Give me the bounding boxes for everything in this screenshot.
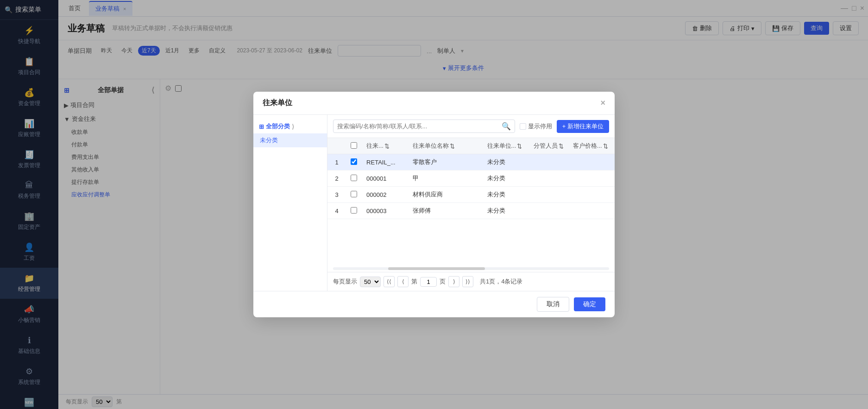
sort-price[interactable]: 客户价格... ⇅ bbox=[573, 142, 610, 150]
row-num: 3 bbox=[327, 187, 346, 203]
row-person bbox=[529, 154, 568, 170]
dialog-left-panel: ⊞ 全部分类 ⟩ 未分类 bbox=[253, 115, 327, 291]
dialog-left-header: ⊞ 全部分类 ⟩ bbox=[253, 120, 327, 133]
show-inactive-label: 显示停用 bbox=[528, 122, 552, 131]
row-name: 零散客户 bbox=[408, 154, 482, 170]
sort-icon: ⇅ bbox=[384, 143, 390, 150]
sort-icon: ⇅ bbox=[517, 143, 522, 150]
row-checkbox[interactable] bbox=[346, 154, 362, 170]
partner-dialog: 往来单位 × ⊞ 全部分类 ⟩ 未分类 🔍 bbox=[253, 92, 615, 317]
dialog-scrollbar[interactable] bbox=[333, 267, 609, 270]
show-inactive-option: 显示停用 bbox=[520, 122, 552, 131]
dialog-right-panel: 🔍 显示停用 + 新增往来单位 bbox=[327, 115, 615, 291]
sort-person[interactable]: 分管人员 ⇅ bbox=[534, 142, 564, 150]
sort-name[interactable]: 往来单位名称 ⇅ bbox=[413, 142, 478, 150]
dialog-footer: 取消 确定 bbox=[253, 291, 615, 317]
row-price bbox=[568, 170, 615, 187]
row-name: 甲 bbox=[408, 170, 482, 187]
dialog-search-icon: 🔍 bbox=[502, 122, 511, 131]
row-name: 张师傅 bbox=[408, 203, 482, 219]
row-person bbox=[529, 187, 568, 203]
dialog-search-input[interactable] bbox=[337, 123, 499, 130]
table-select-all[interactable] bbox=[351, 142, 357, 149]
total-text: 共1页，4条记录 bbox=[480, 277, 522, 286]
row-code: 000002 bbox=[362, 187, 408, 203]
row-category: 未分类 bbox=[483, 154, 529, 170]
category-grid-icon: ⊞ bbox=[259, 123, 264, 130]
row-checkbox[interactable] bbox=[346, 187, 362, 203]
row-code: 000001 bbox=[362, 170, 408, 187]
prev-page-icon: ⟨ bbox=[402, 278, 404, 285]
dialog-close-button[interactable]: × bbox=[600, 98, 605, 108]
first-page-icon: ⟨⟨ bbox=[387, 278, 391, 285]
confirm-button[interactable]: 确定 bbox=[574, 297, 605, 311]
sort-category[interactable]: 往来单位... ⇅ bbox=[487, 142, 524, 150]
row-num: 2 bbox=[327, 170, 346, 187]
row-name: 材料供应商 bbox=[408, 187, 482, 203]
add-partner-label: + 新增往来单位 bbox=[562, 122, 604, 131]
row-num: 1 bbox=[327, 154, 346, 170]
per-page-label: 每页显示 bbox=[333, 277, 357, 286]
sort-code[interactable]: 往来... ⇅ bbox=[366, 142, 403, 150]
row-code: RETAIL_... bbox=[362, 154, 408, 170]
next-page-button[interactable]: ⟩ bbox=[448, 276, 459, 287]
row-code: 000003 bbox=[362, 203, 408, 219]
row-price bbox=[568, 203, 615, 219]
table-row[interactable]: 4 000003 张师傅 未分类 bbox=[327, 203, 615, 219]
dialog-left-collapse-icon[interactable]: ⟩ bbox=[292, 123, 294, 130]
table-row[interactable]: 3 000002 材料供应商 未分类 bbox=[327, 187, 615, 203]
page-label: 第 bbox=[411, 277, 417, 286]
dialog-header: 往来单位 × bbox=[253, 92, 615, 115]
row-price bbox=[568, 187, 615, 203]
row-checkbox[interactable] bbox=[346, 203, 362, 219]
table-row[interactable]: 1 RETAIL_... 零散客户 未分类 bbox=[327, 154, 615, 170]
col-header-price[interactable]: 客户价格... ⇅ bbox=[568, 138, 615, 154]
table-row[interactable]: 2 000001 甲 未分类 bbox=[327, 170, 615, 187]
sort-icon: ⇅ bbox=[559, 143, 564, 150]
last-page-button[interactable]: ⟩⟩ bbox=[462, 276, 473, 287]
sort-icon: ⇅ bbox=[450, 143, 455, 150]
page-suffix: 页 bbox=[440, 277, 446, 286]
dialog-body: ⊞ 全部分类 ⟩ 未分类 🔍 显示停用 bbox=[253, 115, 615, 291]
col-header-num bbox=[327, 138, 346, 154]
row-person bbox=[529, 203, 568, 219]
row-price bbox=[568, 154, 615, 170]
first-page-button[interactable]: ⟨⟨ bbox=[384, 276, 395, 287]
dialog-search-box[interactable]: 🔍 bbox=[333, 120, 515, 133]
row-checkbox[interactable] bbox=[346, 170, 362, 187]
page-number-input[interactable] bbox=[420, 277, 437, 287]
col-header-code[interactable]: 往来... ⇅ bbox=[362, 138, 408, 154]
dialog-pagination: 每页显示 50 ⟨⟨ ⟨ 第 页 ⟩ bbox=[327, 272, 615, 291]
cancel-button[interactable]: 取消 bbox=[537, 297, 569, 312]
dialog-table: 往来... ⇅ 往来单位名称 ⇅ bbox=[327, 138, 615, 265]
last-page-icon: ⟩⟩ bbox=[465, 278, 470, 285]
dialog-toolbar: 🔍 显示停用 + 新增往来单位 bbox=[327, 115, 615, 138]
show-inactive-checkbox[interactable] bbox=[520, 123, 526, 130]
add-partner-button[interactable]: + 新增往来单位 bbox=[557, 120, 609, 133]
per-page-select[interactable]: 50 bbox=[360, 277, 381, 287]
col-header-person[interactable]: 分管人员 ⇅ bbox=[529, 138, 568, 154]
dialog-category-unclassified[interactable]: 未分类 bbox=[253, 133, 327, 147]
dialog-scrollbar-thumb[interactable] bbox=[388, 267, 485, 270]
prev-page-button[interactable]: ⟨ bbox=[397, 276, 409, 287]
row-person bbox=[529, 170, 568, 187]
row-category: 未分类 bbox=[483, 170, 529, 187]
dialog-title: 往来单位 bbox=[263, 98, 292, 108]
row-num: 4 bbox=[327, 203, 346, 219]
col-header-name[interactable]: 往来单位名称 ⇅ bbox=[408, 138, 482, 154]
col-header-category[interactable]: 往来单位... ⇅ bbox=[483, 138, 529, 154]
dialog-overlay: 往来单位 × ⊞ 全部分类 ⟩ 未分类 🔍 bbox=[0, 0, 868, 409]
next-page-icon: ⟩ bbox=[453, 278, 455, 285]
sort-icon: ⇅ bbox=[603, 143, 608, 150]
row-category: 未分类 bbox=[483, 187, 529, 203]
category-label: 全部分类 bbox=[266, 122, 290, 131]
row-category: 未分类 bbox=[483, 203, 529, 219]
col-header-check bbox=[346, 138, 362, 154]
